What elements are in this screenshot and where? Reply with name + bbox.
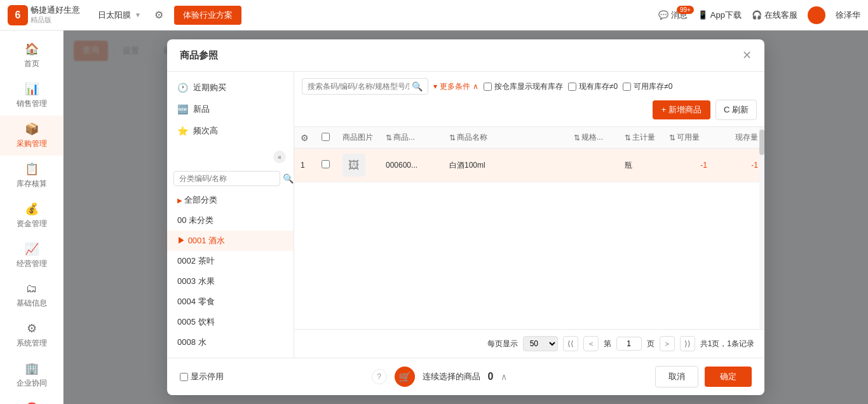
footer-left: 显示停用 xyxy=(180,371,224,382)
col-header-unit: ⇅主计量 xyxy=(618,127,663,149)
avail-ne-checkbox[interactable]: 可用库存≠0 xyxy=(623,81,672,92)
table-scrollbar-thumb[interactable] xyxy=(759,130,764,155)
col-header-spec: ⇅规格... xyxy=(567,127,618,149)
toolbar-right: + 新增商品 C 刷新 xyxy=(653,100,757,120)
sidebar-item-purchase[interactable]: 📦 采购管理 xyxy=(0,116,63,156)
trial-button[interactable]: 体验行业方案 xyxy=(174,6,241,25)
logo-text: 畅捷通好生意 xyxy=(31,5,80,16)
add-product-button[interactable]: + 新增商品 xyxy=(653,100,710,119)
confirm-button[interactable]: 确定 xyxy=(705,367,752,387)
table-settings-icon[interactable]: ⚙ xyxy=(301,133,309,143)
product-search-input[interactable] xyxy=(308,82,409,91)
category-search-input[interactable] xyxy=(173,171,280,186)
cart-count: 0 xyxy=(488,371,494,382)
home-icon: 🏠 xyxy=(25,42,39,56)
row-num: 1 xyxy=(294,149,315,182)
category-0004[interactable]: 0004 零食 xyxy=(167,292,294,312)
cart-button[interactable]: 🛒 xyxy=(395,367,415,387)
chevron-up-icon[interactable]: ∧ xyxy=(501,372,507,382)
category-0005[interactable]: 0005 饮料 xyxy=(167,312,294,332)
sidebar-item-operations[interactable]: 📈 经营管理 xyxy=(0,236,63,276)
row-image-cell: 🖼 xyxy=(336,149,379,182)
logo-area: 6 畅捷通好生意 精品版 xyxy=(8,5,80,25)
help-icon[interactable]: ? xyxy=(372,369,387,384)
cancel-button[interactable]: 取消 xyxy=(655,366,698,387)
inventory-icon: 📋 xyxy=(25,162,39,176)
sidebar-item-home[interactable]: 🏠 首页 xyxy=(0,36,63,76)
chevron-down-icon: ▼ xyxy=(135,11,141,18)
row-checkbox[interactable] xyxy=(322,160,330,168)
service-button[interactable]: 🎧 在线客服 xyxy=(752,10,797,21)
first-page-button[interactable]: ⟨⟨ xyxy=(563,336,578,351)
last-page-button[interactable]: ⟩⟩ xyxy=(680,336,695,351)
row-code: 000600... xyxy=(379,149,443,182)
sort-icon: ⇅ xyxy=(669,133,675,142)
row-unit: 瓶 xyxy=(618,149,663,182)
row-stock: -1 xyxy=(714,149,764,182)
avail-ne-input[interactable] xyxy=(623,83,631,91)
sidebar-item-system[interactable]: ⚙ 系统管理 xyxy=(0,315,63,355)
operations-icon: 📈 xyxy=(25,242,39,256)
new-products-item[interactable]: 🆕 新品 xyxy=(167,98,294,120)
stock-ne-checkbox[interactable]: 现有库存≠0 xyxy=(568,81,618,92)
warehouse-stock-input[interactable] xyxy=(484,83,492,91)
col-header-code: ⇅商品... xyxy=(379,127,443,149)
filter-button[interactable]: ▾ 更多条件 ∧ xyxy=(433,81,478,92)
collapse-button[interactable]: « xyxy=(273,151,286,163)
refresh-button[interactable]: C 刷新 xyxy=(715,100,757,120)
product-table: ⚙ 商品图片 xyxy=(294,127,764,182)
select-all-checkbox[interactable] xyxy=(322,133,330,141)
category-0003[interactable]: 0003 水果 xyxy=(167,271,294,292)
row-name: 白酒100ml xyxy=(443,149,567,182)
col-header-settings: ⚙ xyxy=(294,127,315,149)
col-header-img: 商品图片 xyxy=(336,127,379,149)
category-search-row: 🔍 xyxy=(167,167,294,190)
table-scrollbar-track[interactable] xyxy=(759,127,764,329)
category-0001[interactable]: ▶ 0001 酒水 xyxy=(167,231,294,251)
sidebar-item-basic[interactable]: 🗂 基础信息 xyxy=(0,276,63,315)
sidebar-item-enterprise[interactable]: 🏢 企业协同 xyxy=(0,355,63,395)
page-number-input[interactable] xyxy=(616,337,642,351)
username-label[interactable]: 徐泽华 xyxy=(836,10,860,21)
gear-icon[interactable]: ⚙ xyxy=(149,5,169,25)
category-0002[interactable]: 0002 茶叶 xyxy=(167,251,294,271)
show-disabled-checkbox[interactable]: 显示停用 xyxy=(180,371,224,382)
sidebar-item-finance[interactable]: 💰 资金管理 xyxy=(0,196,63,236)
message-icon: 💬 xyxy=(658,10,668,20)
guide-icon: 🎯 xyxy=(25,401,39,404)
stock-ne-input[interactable] xyxy=(568,83,576,91)
right-panel: 🔍 ▾ 更多条件 ∧ 按仓库显示现有库存 xyxy=(294,72,764,358)
per-page-select[interactable]: 50 10 20 100 xyxy=(523,336,558,351)
category-00[interactable]: 00 未分类 xyxy=(167,210,294,231)
col-header-checkbox xyxy=(315,127,336,149)
freq-icon: ⭐ xyxy=(177,126,188,136)
pagination: 每页显示 50 10 20 100 ⟨⟨ ＜ 第 页 xyxy=(294,329,764,358)
next-page-button[interactable]: ＞ xyxy=(660,336,675,351)
category-0008[interactable]: 0008 水 xyxy=(167,332,294,353)
user-avatar[interactable] xyxy=(808,6,825,24)
frequent-item[interactable]: ⭐ 频次高 xyxy=(167,120,294,142)
sidebar-item-inventory[interactable]: 📋 库存核算 xyxy=(0,156,63,196)
sales-icon: 📊 xyxy=(25,82,39,96)
prev-page-button[interactable]: ＜ xyxy=(583,336,599,351)
nav-right: 💬 消息 99+ 📱 App下载 🎧 在线客服 徐泽华 xyxy=(658,6,860,24)
messages-button[interactable]: 💬 消息 99+ xyxy=(658,10,688,21)
new-icon: 🆕 xyxy=(177,104,188,114)
category-all[interactable]: 全部分类 xyxy=(167,190,294,210)
category-search-icon[interactable]: 🔍 xyxy=(283,173,294,184)
sort-icon: ⇅ xyxy=(625,133,631,142)
app-download-button[interactable]: 📱 App下载 xyxy=(698,10,742,21)
nav-dropdown[interactable]: 日太阳膜 ▼ xyxy=(90,0,149,30)
finance-icon: 💰 xyxy=(25,202,39,216)
sidebar-item-guide[interactable]: 🎯 新手引导 xyxy=(0,395,63,404)
logo-sub: 精品版 xyxy=(31,15,80,25)
product-search-icon[interactable]: 🔍 xyxy=(412,81,423,91)
modal-close-button[interactable]: ✕ xyxy=(742,48,752,62)
table-row[interactable]: 1 🖼 000600... xyxy=(294,149,764,182)
category-0010[interactable]: 0010 家电 xyxy=(167,353,294,358)
recent-purchases-item[interactable]: 🕐 近期购买 xyxy=(167,77,294,98)
sidebar-item-sales[interactable]: 📊 销售管理 xyxy=(0,76,63,116)
row-avail: -1 xyxy=(663,149,714,182)
warehouse-stock-checkbox[interactable]: 按仓库显示现有库存 xyxy=(484,81,563,92)
show-disabled-input[interactable] xyxy=(180,373,188,381)
